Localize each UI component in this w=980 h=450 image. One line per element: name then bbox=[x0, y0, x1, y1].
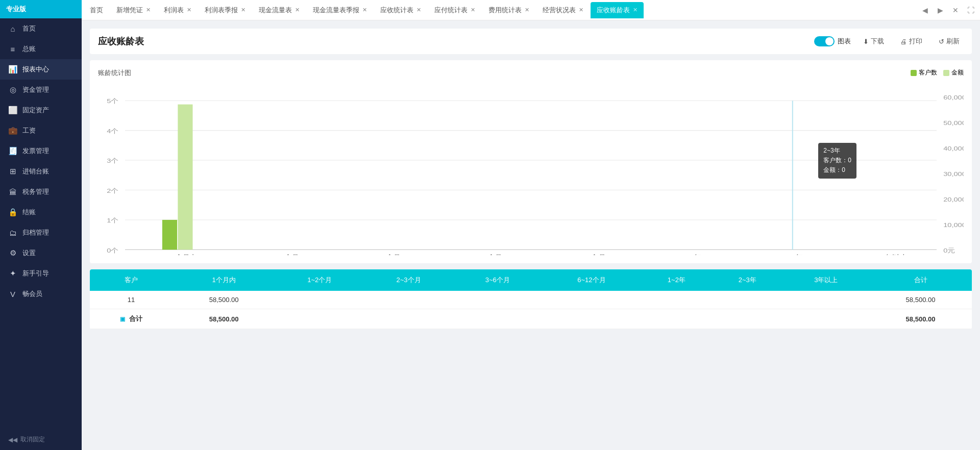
svg-text:1个月内: 1个月内 bbox=[171, 254, 197, 255]
chart-section: 账龄统计图 客户数 金额 0个 1个 2个 3个 4个 bbox=[90, 60, 972, 263]
tab-close-icon[interactable]: ✕ bbox=[416, 7, 421, 13]
download-button[interactable]: ⬇ 下载 bbox=[859, 35, 888, 48]
svg-text:3个: 3个 bbox=[107, 158, 118, 164]
sidebar-item-label: 设置 bbox=[22, 248, 36, 258]
content-area: 应收账龄表 图表 ⬇ 下载 🖨 打印 ↺ 刷新 bbox=[82, 20, 980, 450]
table-total-row: ▣ 合计 58,500.00 58,500.00 bbox=[90, 309, 972, 329]
sidebar-item-label: 畅会员 bbox=[22, 289, 42, 298]
tab-home[interactable]: 首页 bbox=[84, 2, 109, 18]
sidebar-item-guide[interactable]: ✦ 新手引导 bbox=[0, 263, 82, 284]
sidebar-item-capital[interactable]: ◎ 资金管理 bbox=[0, 80, 82, 100]
sidebar-item-reports[interactable]: 📊 报表中心 bbox=[0, 59, 82, 80]
sidebar: 专业版 ⌂ 首页 ≡ 总账 📊 报表中心 ◎ 资金管理 ⬜ 固定资产 💼 工资 … bbox=[0, 0, 82, 450]
svg-text:5个: 5个 bbox=[107, 98, 118, 105]
tab-bar: 首页 新增凭证 ✕ 利润表 ✕ 利润表季报 ✕ 现金流量表 ✕ 现金流量表季报 … bbox=[82, 0, 980, 20]
tab-cashflow-quarterly[interactable]: 现金流量表季报 ✕ bbox=[307, 2, 373, 18]
cell-3y-plus bbox=[783, 291, 869, 309]
sidebar-item-settings[interactable]: ⚙ 设置 bbox=[0, 243, 82, 263]
svg-text:0元: 0元 bbox=[943, 247, 954, 254]
svg-text:50,000.00元: 50,000.00元 bbox=[943, 119, 964, 126]
tab-expense-stats[interactable]: 费用统计表 ✕ bbox=[482, 2, 535, 18]
sidebar-item-assets[interactable]: ⬜ 固定资产 bbox=[0, 100, 82, 120]
svg-text:2~3年: 2~3年 bbox=[782, 254, 802, 255]
sidebar-item-label: 进销台账 bbox=[22, 167, 49, 176]
sidebar-item-tax[interactable]: 🏛 税务管理 bbox=[0, 182, 82, 202]
sidebar-unpin-button[interactable]: ◀◀ 取消固定 bbox=[0, 429, 82, 450]
main-area: 首页 新增凭证 ✕ 利润表 ✕ 利润表季报 ✕ 现金流量表 ✕ 现金流量表季报 … bbox=[82, 0, 980, 450]
vip-icon: V bbox=[8, 290, 17, 298]
col-1-2y: 1~2年 bbox=[641, 269, 712, 291]
tab-profit[interactable]: 利润表 ✕ bbox=[158, 2, 198, 18]
tab-business-status[interactable]: 经营状况表 ✕ bbox=[536, 2, 590, 18]
svg-text:0个: 0个 bbox=[107, 247, 118, 254]
guide-icon: ✦ bbox=[8, 269, 17, 278]
sidebar-item-vip[interactable]: V 畅会员 bbox=[0, 284, 82, 304]
sidebar-item-label: 报表中心 bbox=[22, 65, 49, 74]
col-1-2m: 1~2个月 bbox=[275, 269, 364, 291]
tab-close-icon[interactable]: ✕ bbox=[525, 7, 529, 13]
svg-text:30,000.00元: 30,000.00元 bbox=[943, 170, 964, 177]
total-2-3y bbox=[712, 309, 783, 329]
tab-voucher[interactable]: 新增凭证 ✕ bbox=[110, 2, 157, 18]
sidebar-item-invoice[interactable]: 🧾 发票管理 bbox=[0, 141, 82, 161]
col-customer: 客户 bbox=[90, 269, 173, 291]
tab-close-icon[interactable]: ✕ bbox=[633, 7, 638, 13]
tab-close-icon[interactable]: ✕ bbox=[187, 7, 191, 13]
sidebar-item-salary[interactable]: 💼 工资 bbox=[0, 120, 82, 141]
settings-icon: ⚙ bbox=[8, 248, 17, 258]
ledger-icon: ≡ bbox=[8, 45, 17, 54]
svg-text:2个: 2个 bbox=[107, 187, 118, 194]
sidebar-item-label: 税务管理 bbox=[22, 187, 49, 196]
chart-toggle-label: 图表 bbox=[838, 37, 851, 46]
svg-text:3年以上: 3年以上 bbox=[881, 254, 907, 255]
tab-close-icon[interactable]: ✕ bbox=[146, 7, 151, 13]
salary-icon: 💼 bbox=[8, 126, 17, 135]
svg-text:20,000.00元: 20,000.00元 bbox=[943, 196, 964, 203]
sidebar-item-home[interactable]: ⌂ 首页 bbox=[0, 18, 82, 39]
table-section: 客户 1个月内 1~2个月 2~3个月 3~6个月 6~12个月 1~2年 2~… bbox=[90, 269, 972, 329]
sidebar-item-label: 总账 bbox=[22, 44, 36, 54]
cell-2-3y bbox=[712, 291, 783, 309]
svg-text:60,000.00元: 60,000.00元 bbox=[943, 94, 964, 101]
tab-expand-button[interactable]: ⛶ bbox=[964, 3, 978, 17]
refresh-button[interactable]: ↺ 刷新 bbox=[935, 35, 964, 48]
svg-text:1~2个月: 1~2个月 bbox=[272, 254, 299, 255]
tab-cashflow[interactable]: 现金流量表 ✕ bbox=[253, 2, 306, 18]
svg-text:4个: 4个 bbox=[107, 128, 118, 134]
col-6-12m: 6~12个月 bbox=[542, 269, 641, 291]
assets-icon: ⬜ bbox=[8, 106, 17, 115]
sidebar-item-closing[interactable]: 🔒 结账 bbox=[0, 202, 82, 222]
sidebar-item-stock[interactable]: ⊞ 进销台账 bbox=[0, 161, 82, 182]
chart-toggle[interactable] bbox=[814, 36, 835, 46]
sidebar-item-label: 结账 bbox=[22, 208, 36, 217]
sidebar-item-label: 归档管理 bbox=[22, 228, 49, 237]
tab-prev-button[interactable]: ◀ bbox=[918, 3, 932, 17]
tab-close-icon[interactable]: ✕ bbox=[579, 7, 583, 13]
chart-legend: 客户数 金额 bbox=[911, 68, 964, 77]
tab-close-icon[interactable]: ✕ bbox=[295, 7, 300, 13]
legend-amount: 金额 bbox=[943, 68, 964, 77]
total-1-2m bbox=[275, 309, 364, 329]
header-actions: 图表 ⬇ 下载 🖨 打印 ↺ 刷新 bbox=[814, 35, 964, 48]
tab-close-icon[interactable]: ✕ bbox=[241, 7, 246, 13]
tab-profit-quarterly[interactable]: 利润表季报 ✕ bbox=[199, 2, 252, 18]
sidebar-item-label: 首页 bbox=[22, 24, 36, 33]
print-button[interactable]: 🖨 打印 bbox=[896, 35, 926, 48]
tab-ar-stats[interactable]: 应收统计表 ✕ bbox=[374, 2, 427, 18]
sidebar-item-ledger[interactable]: ≡ 总账 bbox=[0, 39, 82, 59]
invoice-icon: 🧾 bbox=[8, 146, 17, 156]
tab-ar-aging[interactable]: 应收账龄表 ✕ bbox=[591, 2, 644, 18]
col-3y-plus: 3年以上 bbox=[783, 269, 869, 291]
tab-close-icon[interactable]: ✕ bbox=[471, 7, 475, 13]
unpin-icon: ◀◀ bbox=[8, 436, 17, 443]
tab-close-all-button[interactable]: ✕ bbox=[948, 3, 963, 17]
cell-2-3m bbox=[364, 291, 453, 309]
tab-close-icon[interactable]: ✕ bbox=[362, 7, 367, 13]
tab-ap-stats[interactable]: 应付统计表 ✕ bbox=[428, 2, 481, 18]
legend-amount-dot bbox=[943, 70, 949, 76]
tab-next-button[interactable]: ▶ bbox=[933, 3, 947, 17]
sidebar-item-archive[interactable]: 🗂 归档管理 bbox=[0, 222, 82, 243]
chart-container: 0个 1个 2个 3个 4个 5个 0元 10,000.00元 20,000.0… bbox=[98, 82, 964, 255]
archive-icon: 🗂 bbox=[8, 229, 17, 237]
total-1-2y bbox=[641, 309, 712, 329]
